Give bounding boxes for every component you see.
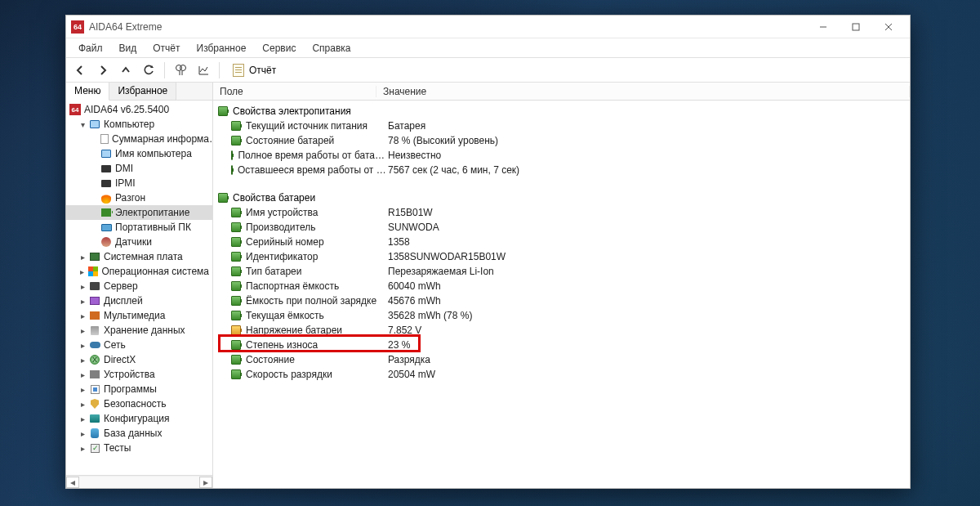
tree-summary[interactable]: Суммарная информа… [66, 132, 212, 146]
scroll-right-icon[interactable]: ▸ [199, 477, 212, 488]
detail-row[interactable]: Ёмкость при полной зарядке45676 mWh [213, 293, 910, 308]
tree-directx[interactable]: ▸XDirectX [66, 352, 212, 367]
detail-row[interactable]: Текущий источник питанияБатарея [213, 119, 910, 133]
detail-row[interactable]: Напряжение батареи7.852 V [213, 323, 910, 338]
forward-button[interactable] [92, 60, 114, 81]
tab-favorites[interactable]: Избранное [109, 83, 176, 100]
tree-tests[interactable]: ▸Тесты [66, 441, 212, 455]
scroll-left-icon[interactable]: ◂ [66, 477, 79, 488]
menu-file[interactable]: Файл [71, 40, 110, 56]
field-value: SUNWODA [385, 222, 910, 233]
directx-icon: X [90, 355, 100, 365]
detail-row[interactable]: Идентификатор1358SUNWODAR15B01W [213, 249, 910, 264]
maximize-button[interactable] [840, 17, 872, 37]
tree-database[interactable]: ▸База данных [66, 426, 212, 441]
menu-service[interactable]: Сервис [255, 40, 303, 56]
tree-security[interactable]: ▸Безопасность [66, 396, 212, 411]
detail-row[interactable]: Степень износа23 % [213, 338, 910, 352]
tree-sensors[interactable]: Датчики [66, 235, 212, 249]
tree-devices[interactable]: ▸Устройства [66, 367, 212, 382]
menu-report[interactable]: Отчёт [145, 40, 187, 56]
detail-row[interactable]: Паспортная ёмкость60040 mWh [213, 279, 910, 293]
tree-name[interactable]: Имя компьютера [66, 146, 212, 161]
column-value[interactable]: Значение [376, 86, 910, 97]
menu-view[interactable]: Вид [112, 40, 145, 56]
back-button[interactable] [69, 60, 91, 81]
expand-icon[interactable]: ▸ [78, 428, 87, 438]
tree-storage[interactable]: ▸Хранение данных [66, 323, 212, 338]
field-value: 78 % (Высокий уровень) [385, 135, 910, 146]
expand-icon[interactable]: ▸ [78, 384, 87, 394]
network-icon [90, 342, 100, 348]
menubar: Файл Вид Отчёт Избранное Сервис Справка [66, 38, 910, 58]
menu-favorites[interactable]: Избранное [189, 40, 254, 56]
tree-network[interactable]: ▸Сеть [66, 338, 212, 352]
expand-icon[interactable]: ▸ [78, 281, 87, 291]
detail-row[interactable]: Текущая ёмкость35628 mWh (78 %) [213, 308, 910, 323]
windows-icon [88, 266, 98, 276]
field-value: 1358SUNWODAR15B01W [385, 251, 910, 262]
tree-programs[interactable]: ▸Программы [66, 382, 212, 396]
report-button[interactable]: Отчёт [225, 61, 284, 79]
tree-dmi[interactable]: DMI [66, 161, 212, 176]
expand-icon[interactable]: ▸ [78, 252, 87, 262]
group-header[interactable]: Свойства батареи [213, 190, 910, 205]
navigation-tree: 64AIDA64 v6.25.5400 ▾Компьютер Суммарная… [66, 101, 212, 472]
minimize-button[interactable] [807, 17, 840, 37]
detail-row[interactable]: Тип батареиПерезаряжаемая Li-Ion [213, 264, 910, 279]
expand-icon[interactable]: ▸ [78, 443, 87, 453]
tree-power[interactable]: Электропитание [66, 205, 212, 220]
expand-icon[interactable]: ▸ [78, 296, 87, 306]
expand-icon[interactable]: ▸ [78, 340, 87, 350]
device-icon [90, 370, 100, 378]
tree-config[interactable]: ▸Конфигурация [66, 411, 212, 426]
expand-icon[interactable]: ▸ [78, 325, 87, 335]
tree-overclock[interactable]: Разгон [66, 190, 212, 205]
field-value: Разрядка [385, 354, 910, 365]
tree-ipmi[interactable]: IPMI [66, 176, 212, 190]
collapse-icon[interactable]: ▾ [78, 119, 87, 129]
tree-motherboard[interactable]: ▸Системная плата [66, 249, 212, 264]
tree-portable[interactable]: Портативный ПК [66, 220, 212, 235]
detail-row[interactable]: ПроизводительSUNWODA [213, 220, 910, 235]
tree-root[interactable]: 64AIDA64 v6.25.5400 [66, 102, 212, 117]
group-header[interactable]: Свойства электропитания [213, 104, 910, 119]
tab-menu[interactable]: Меню [66, 83, 109, 101]
detail-row[interactable]: Имя устройстваR15B01W [213, 205, 910, 220]
menu-help[interactable]: Справка [305, 40, 358, 56]
expand-icon[interactable]: ▸ [78, 369, 87, 379]
tree-computer[interactable]: ▾Компьютер [66, 117, 212, 132]
tree-display[interactable]: ▸Дисплей [66, 293, 212, 308]
expand-icon[interactable]: ▸ [78, 355, 87, 365]
detail-list: Свойства электропитанияТекущий источник … [213, 101, 910, 488]
detail-row[interactable]: Состояние батарей78 % (Высокий уровень) [213, 133, 910, 148]
tree-os[interactable]: ▸Операционная система [66, 264, 212, 279]
benchmark-button[interactable] [170, 60, 191, 81]
tree-server[interactable]: ▸Сервер [66, 279, 212, 293]
close-button[interactable] [872, 17, 905, 37]
detail-row[interactable]: Полное время работы от бата…Неизвестно [213, 148, 910, 163]
detail-row[interactable]: Скорость разрядки20504 mW [213, 367, 910, 382]
tree-scrollbar[interactable]: ◂ ▸ [66, 475, 212, 488]
detail-row[interactable]: Серийный номер1358 [213, 235, 910, 249]
column-field[interactable]: Поле [213, 86, 376, 97]
programs-icon [91, 385, 100, 394]
battery-icon [101, 208, 111, 217]
field-value: 7.852 V [385, 325, 910, 336]
chart-button[interactable] [193, 60, 214, 81]
field-label: Состояние [246, 354, 295, 365]
expand-icon[interactable]: ▸ [78, 311, 87, 320]
expand-icon[interactable]: ▸ [78, 266, 87, 276]
battery-icon [231, 237, 241, 247]
motherboard-icon [90, 253, 100, 261]
detail-row[interactable]: СостояниеРазрядка [213, 352, 910, 367]
tests-icon [91, 444, 100, 453]
battery-icon [231, 208, 241, 217]
expand-icon[interactable]: ▸ [78, 414, 87, 423]
detail-row[interactable]: Оставшееся время работы от …7567 сек (2 … [213, 163, 910, 177]
tree-multimedia[interactable]: ▸Мультимедиа [66, 308, 212, 323]
refresh-button[interactable] [138, 60, 159, 81]
battery-icon [231, 136, 241, 146]
expand-icon[interactable]: ▸ [78, 399, 87, 409]
up-button[interactable] [115, 60, 136, 81]
